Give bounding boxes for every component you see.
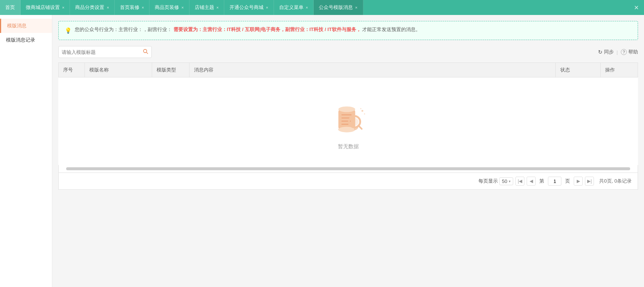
notice-banner: 💡 您的公众号行业为：主营行业：，副营行业： 需要设置为：主营行业：IT科技 /…	[58, 21, 638, 40]
nav-tab-product-deco-close[interactable]: ×	[181, 5, 184, 10]
nav-tab-product-cat-close[interactable]: ×	[107, 5, 109, 10]
page-size-box[interactable]: 50 ▾	[499, 177, 513, 185]
page-unit-label: 页	[565, 178, 570, 184]
svg-line-12	[358, 125, 361, 129]
nav-tab-open-mall-label: 开通公众号商城	[229, 4, 264, 11]
toolbar-divider: |	[617, 49, 618, 55]
top-nav: 首页 微商城店铺设置 × 商品分类设置 × 首页装修 × 商品页装修 × 店铺主…	[0, 0, 644, 15]
help-icon: ?	[621, 49, 627, 55]
sidebar-item-template-msg-label: 模版消息	[7, 23, 27, 28]
nav-tab-template-msg-label: 公众号模版消息	[319, 4, 353, 11]
col-type: 模版类型	[152, 63, 189, 77]
sidebar: 模版消息 模版消息记录	[0, 15, 52, 287]
help-button[interactable]: ? 帮助	[621, 49, 638, 55]
svg-point-13	[361, 110, 363, 112]
empty-text: 暂无数据	[338, 143, 359, 150]
notice-highlight: 需要设置为：主营行业：IT科技 / 互联网|电子商务，副营行业：IT科技 / I…	[173, 27, 361, 32]
svg-point-11	[350, 118, 358, 126]
toolbar-right: ↻ 同步 | ? 帮助	[598, 49, 638, 55]
main-content: 💡 您的公众号行业为：主营行业：，副营行业： 需要设置为：主营行业：IT科技 /…	[52, 15, 644, 287]
svg-point-0	[144, 49, 147, 53]
last-page-button[interactable]: ▶|	[585, 177, 594, 186]
first-page-button[interactable]: |◀	[515, 177, 524, 186]
nav-tab-home-label: 首页	[5, 4, 15, 11]
nav-tab-custom-menu[interactable]: 自定义菜单 ×	[274, 0, 314, 15]
next-page-button[interactable]: ▶	[574, 177, 583, 186]
nav-tab-product-deco-label: 商品页装修	[155, 4, 179, 11]
nav-tab-home-deco[interactable]: 首页装修 ×	[115, 0, 150, 15]
nav-tab-product-cat-label: 商品分类设置	[75, 4, 104, 11]
search-input[interactable]	[62, 49, 143, 55]
notice-text: 您的公众号行业为：主营行业：，副营行业： 需要设置为：主营行业：IT科技 / 互…	[75, 26, 420, 34]
sync-label: 同步	[604, 49, 614, 55]
nav-tab-shop-theme[interactable]: 店铺主题 ×	[189, 0, 224, 15]
page-number-input[interactable]	[548, 177, 561, 186]
nav-tab-template-msg-close[interactable]: ×	[355, 5, 357, 10]
nav-tab-product-cat[interactable]: 商品分类设置 ×	[70, 0, 114, 15]
col-status: 状态	[556, 63, 601, 77]
nav-tab-home-deco-close[interactable]: ×	[142, 5, 144, 10]
col-content: 消息内容	[189, 63, 556, 77]
notice-prefix: 您的公众号行业为：主营行业：，副营行业：	[75, 27, 172, 32]
help-label: 帮助	[628, 49, 638, 55]
empty-illustration	[330, 100, 367, 137]
sidebar-item-template-msg-record-label: 模版消息记录	[6, 37, 35, 43]
search-input-wrapper[interactable]	[58, 46, 152, 58]
scrollbar-row[interactable]	[58, 165, 638, 173]
data-table: 序号 模版名称 模版类型 消息内容 状态 操作	[58, 62, 638, 77]
search-button[interactable]	[143, 49, 148, 55]
nav-tab-home[interactable]: 首页	[0, 0, 21, 15]
nav-tab-shop-theme-close[interactable]: ×	[216, 5, 219, 10]
page-size-value: 50	[502, 178, 507, 184]
svg-line-1	[147, 52, 148, 54]
nav-tab-template-msg[interactable]: 公众号模版消息 ×	[314, 0, 363, 15]
chevron-down-icon: ▾	[509, 179, 511, 183]
notice-bulb-icon: 💡	[65, 26, 72, 35]
nav-tab-open-mall-close[interactable]: ×	[266, 5, 268, 10]
svg-point-4	[338, 107, 355, 112]
search-icon	[143, 49, 148, 54]
nav-tab-wshop[interactable]: 微商城店铺设置 ×	[21, 0, 70, 15]
svg-point-15	[360, 108, 361, 109]
prev-page-button[interactable]: ◀	[527, 177, 536, 186]
nav-tab-wshop-close[interactable]: ×	[62, 5, 64, 10]
svg-point-14	[364, 113, 365, 115]
nav-tab-custom-menu-label: 自定义菜单	[279, 4, 303, 11]
search-bar: ↻ 同步 | ? 帮助	[58, 46, 638, 58]
nav-tab-product-deco[interactable]: 商品页装修 ×	[150, 0, 189, 15]
notice-suffix: 才能正常发送预置的消息。	[362, 27, 420, 32]
col-name: 模版名称	[85, 63, 152, 77]
page-goto-label: 第	[539, 178, 544, 184]
col-actions: 操作	[601, 63, 638, 77]
nav-tab-shop-theme-label: 店铺主题	[195, 4, 214, 11]
nav-tab-custom-menu-close[interactable]: ×	[306, 5, 308, 10]
nav-tab-open-mall[interactable]: 开通公众号商城 ×	[224, 0, 274, 15]
pagination-bar: 每页显示 50 ▾ |◀ ◀ 第 页 ▶ ▶| 共0页, 0条记录	[58, 173, 638, 190]
page-size-label: 每页显示	[478, 178, 498, 184]
sidebar-item-template-msg[interactable]: 模版消息	[0, 19, 52, 33]
nav-tab-home-deco-label: 首页装修	[120, 4, 139, 11]
close-all-tabs-button[interactable]: ✕	[629, 4, 644, 11]
main-layout: 模版消息 模版消息记录 💡 您的公众号行业为：主营行业：，副营行业： 需要设置为…	[0, 15, 644, 287]
sync-icon: ↻	[598, 49, 603, 55]
sidebar-item-template-msg-record[interactable]: 模版消息记录	[0, 33, 52, 47]
table-header-row: 序号 模版名称 模版类型 消息内容 状态 操作	[59, 63, 638, 77]
page-size-select: 每页显示 50 ▾	[478, 177, 513, 185]
col-seq: 序号	[59, 63, 85, 77]
pagination-total-info: 共0页, 0条记录	[599, 178, 632, 184]
sync-button[interactable]: ↻ 同步	[598, 49, 614, 55]
empty-state: 暂无数据	[58, 77, 638, 165]
horizontal-scrollbar[interactable]	[66, 167, 630, 170]
nav-tab-wshop-label: 微商城店铺设置	[26, 4, 60, 11]
